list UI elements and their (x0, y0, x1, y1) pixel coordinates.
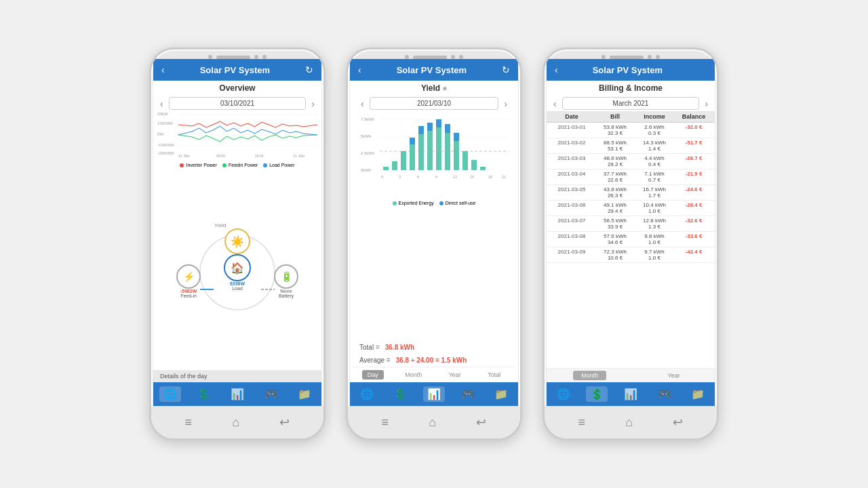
tab-globe-2[interactable]: 🌐 (356, 386, 378, 402)
tab-globe-1[interactable]: 🌐 (159, 386, 181, 402)
next-date-2[interactable]: › (504, 98, 507, 109)
svg-rect-25 (383, 167, 389, 170)
prev-date-3[interactable]: ‹ (553, 98, 557, 109)
tab-settings-1[interactable]: 🎮 (260, 386, 282, 402)
refresh-icon-2[interactable]: ↻ (502, 64, 510, 75)
tab-month[interactable]: Month (399, 370, 427, 380)
screen-overview: ‹ Solar PV System ↻ Overview ‹ 03/10/202… (153, 59, 321, 406)
section-title-2: Yield (421, 83, 440, 93)
date-box-3[interactable]: March 2021 (562, 97, 700, 110)
date-nav-1: ‹ 03/10/2021 › (153, 96, 321, 111)
phone-overview: ‹ Solar PV System ↻ Overview ‹ 03/10/202… (149, 47, 326, 441)
svg-text:7.5kWh: 7.5kWh (361, 117, 374, 121)
back-btn-2[interactable]: ↩ (476, 415, 486, 430)
tab-dollar-1[interactable]: 💲 (193, 386, 214, 402)
tab-dollar-2[interactable]: 💲 (389, 386, 411, 402)
total-line: Total = 36.8 kWh (354, 341, 514, 354)
svg-text:12: 12 (453, 175, 457, 179)
tab-settings-2[interactable]: 🎮 (457, 386, 479, 402)
battery-node: 🔋 None Battery (274, 264, 298, 298)
svg-rect-26 (392, 161, 397, 170)
tab-dollar-3[interactable]: 💲 (586, 386, 608, 402)
section-title-1: Overview (153, 81, 321, 96)
date-nav-2: ‹ 2021/03/10 › (354, 96, 514, 111)
app-header-1: ‹ Solar PV System ↻ (153, 59, 321, 81)
prev-date-2[interactable]: ‹ (361, 98, 364, 109)
date-box-2[interactable]: 2021/03/10 (370, 97, 499, 110)
tab-settings-3[interactable]: 🎮 (654, 386, 675, 402)
tab-files-2[interactable]: 📁 (490, 386, 512, 402)
date-box-1[interactable]: 03/10/2021 (169, 97, 307, 110)
billing-row: 2021-03-01 53.8 kWh 32.3 € 2.6 kWh 0.3 €… (547, 123, 715, 138)
svg-text:11. Mar: 11. Mar (293, 154, 305, 158)
back-btn-1[interactable]: ↩ (279, 415, 290, 430)
total-value: 36.8 kWh (385, 344, 414, 351)
back-btn-3[interactable]: ↩ (673, 415, 683, 430)
svg-text:15: 15 (470, 175, 474, 179)
tab-day[interactable]: Day (362, 370, 384, 380)
svg-text:-20000W: -20000W (157, 151, 174, 155)
svg-text:0W: 0W (157, 132, 163, 136)
svg-text:16:00: 16:00 (255, 154, 264, 158)
menu-btn-2[interactable]: ≡ (382, 415, 389, 430)
day-tabs: Day Month Year Total (354, 367, 514, 382)
legend-inverter: Inverter Power (180, 163, 217, 167)
svg-rect-38 (454, 141, 459, 170)
back-icon-3[interactable]: ‹ (555, 64, 558, 75)
tab-globe-3[interactable]: 🌐 (553, 386, 574, 402)
svg-text:-10000W: -10000W (157, 143, 174, 147)
svg-rect-27 (401, 151, 406, 170)
prev-date-1[interactable]: ‹ (160, 98, 163, 109)
tab-chart-3[interactable]: 📊 (620, 386, 642, 402)
home-btn-2[interactable]: ⌂ (429, 415, 436, 430)
chart-legend-1: Inverter Power Feedin Power Load Power (153, 161, 321, 169)
tab-chart-2[interactable]: 📊 (423, 386, 445, 402)
menu-btn-1[interactable]: ≡ (185, 415, 193, 430)
home-btn-1[interactable]: ⌂ (232, 415, 239, 430)
average-value: 36.8 ÷ 24.00 = 1.5 kWh (396, 357, 467, 364)
svg-rect-29 (410, 138, 415, 144)
svg-text:6: 6 (417, 175, 419, 179)
back-icon-1[interactable]: ‹ (161, 64, 165, 75)
waveform-chart: 20kW 10000W 0W -10000W -20000W (153, 111, 321, 161)
svg-text:0kWh: 0kWh (361, 168, 371, 172)
tab-total[interactable]: Total (482, 370, 506, 380)
menu-btn-3[interactable]: ≡ (578, 415, 586, 430)
billing-row: 2021-03-03 48.6 kWh 29.2 € 4.4 kWh 0.4 €… (547, 154, 715, 169)
phone-billing: ‹ Solar PV System Billing & Income ‹ Mar… (542, 47, 719, 441)
col-header-balance: Balance (674, 113, 713, 120)
tab-year[interactable]: Year (443, 370, 467, 380)
col-header-date: Date (548, 113, 595, 120)
section-title-3: Billing & Income (547, 81, 715, 96)
load-node: 🏠 6336W Load (224, 254, 251, 291)
next-date-3[interactable]: › (705, 98, 708, 109)
home-btn-3[interactable]: ⌂ (625, 415, 633, 430)
svg-rect-40 (462, 151, 468, 170)
billing-table-header: Date Bill Income Balance (547, 111, 715, 123)
svg-rect-36 (445, 133, 450, 170)
phone-yield: ‹ Solar PV System ↻ Yield ≡ ‹ 2021/03/10… (346, 47, 522, 441)
svg-rect-35 (436, 119, 441, 127)
total-label: Total = (359, 344, 380, 351)
svg-rect-41 (471, 160, 477, 170)
svg-rect-30 (418, 134, 424, 170)
tab-bar-3: 🌐 💲 📊 🎮 📁 (547, 382, 715, 406)
tab-files-1[interactable]: 📁 (294, 386, 315, 402)
next-date-1[interactable]: › (311, 98, 315, 109)
svg-rect-37 (445, 124, 450, 133)
tab-chart-1[interactable]: 📊 (226, 386, 248, 402)
svg-text:08:00: 08:00 (216, 154, 225, 158)
average-label: Average = (359, 357, 391, 364)
svg-text:5kWh: 5kWh (361, 134, 371, 138)
tab-files-3[interactable]: 📁 (687, 386, 709, 402)
average-line: Average = 36.8 ÷ 24.00 = 1.5 kWh (354, 354, 514, 367)
billing-tab-month[interactable]: Month (573, 371, 606, 380)
billing-tab-year[interactable]: Year (660, 371, 688, 380)
billing-bottom-tabs: Month Year (547, 368, 715, 382)
back-icon-2[interactable]: ‹ (358, 64, 361, 75)
refresh-icon-1[interactable]: ↻ (305, 64, 313, 75)
tab-bar-2: 🌐 💲 📊 🎮 📁 (350, 382, 518, 406)
date-nav-3: ‹ March 2021 › (547, 96, 715, 111)
phone-bottom-3: ≡ ⌂ ↩ (545, 406, 717, 439)
svg-text:10. Mar: 10. Mar (178, 154, 191, 158)
